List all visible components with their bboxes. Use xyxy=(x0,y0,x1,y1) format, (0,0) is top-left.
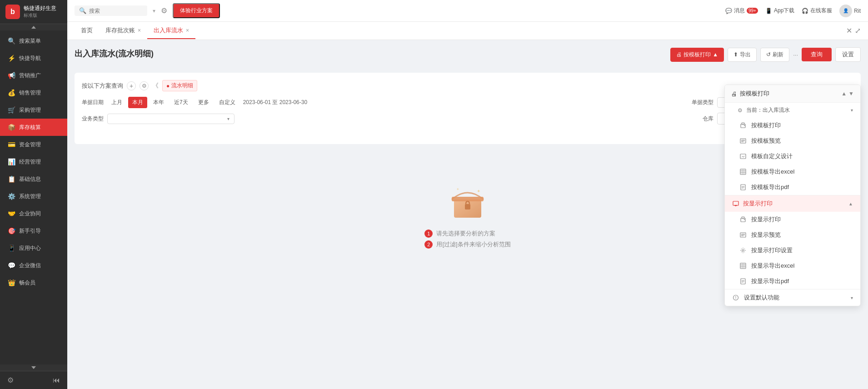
app-download-btn[interactable]: 📱 App下载 xyxy=(765,7,794,15)
user-info-btn[interactable]: 👤 Rit xyxy=(839,5,861,17)
display-excel-icon xyxy=(739,262,747,269)
tab-flow-close[interactable]: × xyxy=(186,27,189,34)
sidebar-item-purchase[interactable]: 🛒 采购管理 xyxy=(0,101,67,119)
sidebar-item-basic[interactable]: 📋 基础信息 xyxy=(0,170,67,188)
filter-add-button[interactable]: + xyxy=(127,81,136,90)
dropdown-item-template-excel[interactable]: 按模板导出excel xyxy=(725,164,860,180)
sidebar-item-operations[interactable]: 📊 经营管理 xyxy=(0,153,67,170)
display-pdf-icon xyxy=(739,278,747,285)
print-dropdown-panel: 🖨 按模板打印 ▲ ▼ ⚙ 当前：出入库流水 ▾ xyxy=(724,85,861,306)
collapse-sidebar-icon[interactable]: ⏮ xyxy=(53,376,60,384)
sidebar-item-label: 基础信息 xyxy=(19,175,41,183)
business-type-select[interactable]: ▾ xyxy=(107,114,234,124)
export-btn[interactable]: ⬆ 导出 xyxy=(728,48,757,62)
toolbar: 🖨 按模板打印 ▲ ⬆ 导出 ↺ 刷新 ··· 查询 设置 xyxy=(670,47,861,62)
sidebar-item-enterprise[interactable]: 🤝 企业协同 xyxy=(0,205,67,222)
display-settings-label: 按显示打印设置 xyxy=(751,246,793,254)
sidebar-item-label: 采购管理 xyxy=(19,106,41,114)
display-section-icon xyxy=(732,200,739,207)
app-download-label: App下载 xyxy=(774,7,794,15)
filter-title: 按以下方案查询 xyxy=(82,82,123,90)
tab-expand-icon[interactable]: ⤢ xyxy=(855,26,861,35)
sidebar-item-guide[interactable]: 🎯 新手引导 xyxy=(0,222,67,239)
date-chip-custom[interactable]: 自定义 xyxy=(215,97,239,108)
display-print-label: 按显示打印 xyxy=(751,215,781,224)
sidebar-scroll-up[interactable] xyxy=(0,24,67,30)
sidebar-item-label: 企业协同 xyxy=(19,210,41,218)
sidebar-item-label: 经营管理 xyxy=(19,158,41,166)
dropdown-item-display-excel[interactable]: 按显示导出excel xyxy=(725,258,860,274)
dropdown-item-display-settings[interactable]: 按显示打印设置 xyxy=(725,243,860,258)
display-pdf-label: 按显示导出pdf xyxy=(751,277,789,285)
sidebar-scroll-down[interactable] xyxy=(0,364,67,371)
date-chip-last-month[interactable]: 上月 xyxy=(107,97,126,108)
tab-home[interactable]: 首页 xyxy=(75,23,99,39)
header-gear-icon[interactable]: ⚙ xyxy=(161,6,167,15)
tab-close-all-icon[interactable]: ✕ xyxy=(846,26,852,35)
tab-batch[interactable]: 库存批次账 × xyxy=(99,23,147,39)
sidebar-item-label: 库存核算 xyxy=(19,124,41,131)
sidebar-item-inventory[interactable]: 📦 库存核算 xyxy=(0,119,67,136)
sidebar-item-label: 应用中心 xyxy=(19,244,41,252)
refresh-btn[interactable]: ↺ 刷新 xyxy=(760,48,789,62)
current-template-label: ⚙ 当前：出入库流水 ▾ xyxy=(725,103,860,118)
tab-right-actions: ✕ ⤢ xyxy=(846,26,861,35)
sidebar-item-search[interactable]: 🔍 搜索菜单 xyxy=(0,32,67,50)
app-title: 畅捷通好生意 xyxy=(24,5,56,12)
sidebar-item-wechat[interactable]: 💬 企业微信 xyxy=(0,257,67,274)
sidebar-bottom: ⚙ ⏮ xyxy=(0,371,67,389)
sidebar-item-sales[interactable]: 💰 销售管理 xyxy=(0,84,67,101)
dropdown-item-display-preview[interactable]: 按显示预览 xyxy=(725,227,860,243)
date-chip-this-year[interactable]: 本年 xyxy=(149,97,168,108)
sidebar-item-quicknav[interactable]: ⚡ 快捷导航 xyxy=(0,50,67,67)
dropdown-item-template-pdf[interactable]: 按模板导出pdf xyxy=(725,180,860,195)
dropdown-item-template-preview[interactable]: 按模板预览 xyxy=(725,133,860,149)
sidebar-nav: 🔍 搜索菜单 ⚡ 快捷导航 📢 营销推广 💰 销售管理 🛒 采购管理 📦 库存核… xyxy=(0,30,67,364)
panel-close-icon[interactable]: ▼ xyxy=(848,90,854,97)
date-chip-more[interactable]: 更多 xyxy=(194,97,213,108)
sidebar-item-system[interactable]: ⚙️ 系统管理 xyxy=(0,188,67,205)
query-button[interactable]: 查询 xyxy=(802,48,832,61)
template-pdf-label: 按模板导出pdf xyxy=(751,183,789,191)
dropdown-item-template-custom[interactable]: 模板自定义设计 xyxy=(725,149,860,164)
display-section-header[interactable]: 按显示打印 ▲ xyxy=(725,195,860,212)
tab-flow-label: 出入库流水 xyxy=(154,26,183,35)
sidebar-item-membership[interactable]: 👑 畅会员 xyxy=(0,274,67,291)
main-area: 🔍 ▾ ⚙ 体验行业方案 💬 消息 99+ 📱 App下载 🎧 在线客服 👤 xyxy=(67,0,868,389)
setting-button[interactable]: 设置 xyxy=(835,47,861,62)
date-chips-group: 上月 本月 本年 近7天 更多 自定义 xyxy=(107,97,239,108)
empty-tip-1: 1 请先选择要分析的方案 xyxy=(424,229,510,238)
message-btn[interactable]: 💬 消息 99+ xyxy=(725,7,758,15)
dropdown-item-display-pdf[interactable]: 按显示导出pdf xyxy=(725,274,860,289)
app-title-group: 畅捷通好生意 标准版 xyxy=(24,5,56,19)
template-pdf-icon xyxy=(739,184,747,191)
settings-icon[interactable]: ⚙ xyxy=(7,376,14,384)
date-chip-7days[interactable]: 近7天 xyxy=(170,97,192,108)
date-chip-this-month[interactable]: 本月 xyxy=(128,97,147,108)
filter-collapse-icon[interactable]: 《 xyxy=(152,82,159,90)
panel-up-icon[interactable]: ▲ xyxy=(841,90,847,97)
sidebar-item-finance[interactable]: 💳 资金管理 xyxy=(0,136,67,153)
current-label-arrow-icon: ▾ xyxy=(851,108,853,113)
print-template-btn[interactable]: 🖨 按模板打印 ▲ xyxy=(670,48,724,62)
header-search-box[interactable]: 🔍 xyxy=(75,5,147,16)
tab-home-label: 首页 xyxy=(81,26,93,35)
toolbar-more-icon[interactable]: ··· xyxy=(793,51,798,58)
tab-flow[interactable]: 出入库流水 × xyxy=(147,23,195,39)
svg-rect-23 xyxy=(733,201,738,205)
search-input[interactable] xyxy=(89,8,135,14)
dropdown-item-default-function[interactable]: 设置默认功能 ▾ xyxy=(725,289,860,306)
online-service-btn[interactable]: 🎧 在线客服 xyxy=(802,7,832,15)
dropdown-item-display-print[interactable]: 按显示打印 xyxy=(725,212,860,227)
trial-button[interactable]: 体验行业方案 xyxy=(173,3,220,18)
svg-text:✦: ✦ xyxy=(456,187,459,191)
tab-batch-close[interactable]: × xyxy=(138,27,141,34)
template-print-icon xyxy=(739,122,747,129)
svg-rect-2 xyxy=(465,204,470,209)
dropdown-item-template-print[interactable]: 按模板打印 xyxy=(725,118,860,133)
sidebar-item-appcenter[interactable]: 📱 应用中心 xyxy=(0,239,67,257)
export-label: 导出 xyxy=(740,51,751,59)
filter-config-button[interactable]: ⚙ xyxy=(140,81,149,90)
avatar: 👤 xyxy=(839,5,852,17)
sidebar-item-marketing[interactable]: 📢 营销推广 xyxy=(0,67,67,84)
